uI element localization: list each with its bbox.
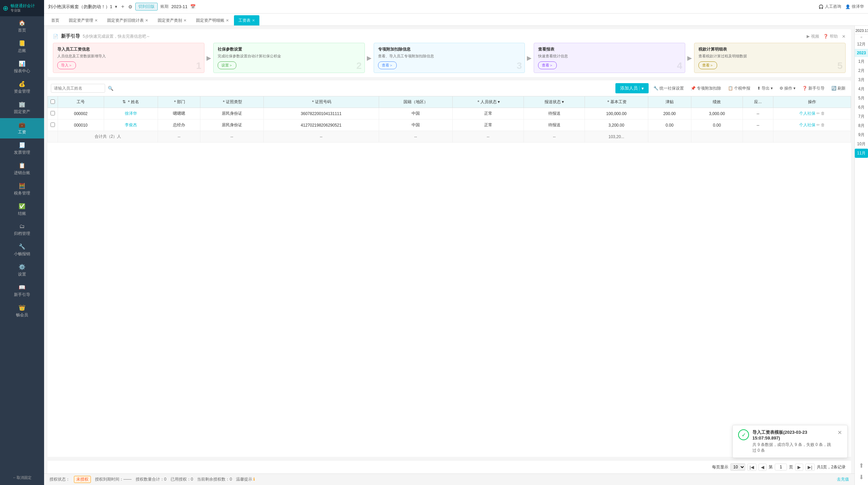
tab-3[interactable]: 固定资产类别 ✕ bbox=[153, 15, 191, 25]
deduction-btn[interactable]: 📌 专项附加扣除 bbox=[689, 84, 723, 93]
add-account-icon[interactable]: ＋ bbox=[120, 3, 125, 10]
tab-close-3[interactable]: ✕ bbox=[183, 18, 186, 23]
th-cb[interactable] bbox=[48, 96, 58, 108]
video-btn[interactable]: ▶ 视频 bbox=[807, 34, 819, 39]
sidebar-item-member[interactable]: 👑畅会员 bbox=[0, 301, 44, 321]
sidebar-item-funds[interactable]: 💰资金管理 bbox=[0, 77, 44, 98]
right-panel-expand-btn[interactable]: « bbox=[860, 34, 863, 40]
row-actions-0[interactable]: 个人社保 ✏ 🗑 bbox=[773, 108, 851, 119]
month-item-8[interactable]: 7月 bbox=[855, 112, 868, 121]
charge-link[interactable]: 去充值 bbox=[837, 477, 849, 482]
table-row: 000002 徐泽华 嗯嗯嗯 居民身份证 360782200104131111 … bbox=[48, 108, 851, 119]
month-item-6[interactable]: 5月 bbox=[855, 94, 868, 103]
operation-btn[interactable]: ⚙ 操作 ▾ bbox=[777, 84, 797, 93]
guide-close-btn[interactable]: ✕ bbox=[842, 34, 846, 39]
row-delete-icon-0[interactable]: 🗑 bbox=[821, 111, 825, 116]
search-input[interactable] bbox=[51, 84, 105, 93]
export-btn[interactable]: ⬆ 导出 ▾ bbox=[755, 84, 775, 93]
last-page-btn[interactable]: ▶| bbox=[805, 464, 814, 471]
right-panel-icons: ⬆ ⬇ bbox=[857, 461, 865, 485]
month-item-0[interactable]: 12月 bbox=[855, 40, 868, 49]
guide-step-btn-3[interactable]: 查看＞ bbox=[378, 61, 397, 69]
row-name-0[interactable]: 徐泽华 bbox=[104, 108, 158, 119]
add-btn-dropdown-icon[interactable]: ▾ bbox=[639, 86, 644, 91]
row-actions-1[interactable]: 个人社保 ✏ 🗑 bbox=[773, 119, 851, 131]
month-item-5[interactable]: 4月 bbox=[855, 85, 868, 94]
tab-1[interactable]: 固定资产管理 ✕ bbox=[64, 15, 102, 25]
tax-report-btn[interactable]: 📋 个税申报 bbox=[726, 84, 752, 93]
guide-step-btn-1[interactable]: 导入＞ bbox=[57, 61, 76, 69]
month-item-10[interactable]: 9月 bbox=[855, 130, 868, 139]
refresh-btn[interactable]: 🔄 刷新 bbox=[829, 84, 848, 93]
tab-2[interactable]: 固定资产折旧统计表 ✕ bbox=[103, 15, 153, 25]
sidebar-item-settings[interactable]: ⚙️设置 bbox=[0, 260, 44, 281]
sidebar-item-archive[interactable]: 🗂归档管理 bbox=[0, 220, 44, 240]
next-page-btn[interactable]: ▶ bbox=[795, 464, 803, 471]
sidebar-item-reports[interactable]: 📊报表中心 bbox=[0, 57, 44, 77]
per-page-select[interactable]: 10 20 50 bbox=[730, 463, 745, 471]
sidebar-item-guide[interactable]: 📖新手引导 bbox=[0, 281, 44, 301]
sidebar-item-invoice[interactable]: 🧾发票管理 bbox=[0, 138, 44, 159]
logo-icon: ⊕ bbox=[3, 4, 8, 12]
row-cb-1[interactable] bbox=[48, 119, 58, 131]
page-number-input[interactable] bbox=[775, 464, 787, 470]
select-all-checkbox[interactable] bbox=[51, 99, 55, 104]
guide-step-btn-2[interactable]: 设置＞ bbox=[218, 61, 236, 69]
add-person-btn[interactable]: 添加人员 ▾ bbox=[615, 83, 649, 93]
search-button[interactable]: 🔍 bbox=[108, 86, 114, 91]
help-btn[interactable]: ❓ 帮助 bbox=[823, 34, 838, 39]
dropdown-icon[interactable]: ▾ bbox=[115, 4, 117, 9]
row-checkbox-0[interactable] bbox=[51, 111, 55, 115]
sidebar-item-expense[interactable]: 🔧小畅报销 bbox=[0, 240, 44, 260]
switch-version-btn[interactable]: 切到旧版 bbox=[135, 3, 158, 11]
guide-doc-icon: 📄 bbox=[53, 34, 58, 39]
prev-page-btn[interactable]: ◀ bbox=[758, 464, 767, 471]
up-icon[interactable]: ⬆ bbox=[857, 461, 865, 471]
guide-step-btn-4[interactable]: 查看＞ bbox=[538, 61, 557, 69]
tab-close-1[interactable]: ✕ bbox=[95, 18, 98, 23]
sidebar-item-home[interactable]: 🏠首页 bbox=[0, 16, 44, 37]
tab-5[interactable]: 工资表 ✕ bbox=[234, 15, 259, 25]
month-item-12[interactable]: 11月 bbox=[855, 149, 868, 158]
first-page-btn[interactable]: |◀ bbox=[747, 464, 756, 471]
tab-4[interactable]: 固定资产明细账 ✕ bbox=[192, 15, 233, 25]
row-name-1[interactable]: 李俊杰 bbox=[104, 119, 158, 131]
month-item-3[interactable]: 2月 bbox=[855, 66, 868, 75]
sidebar-item-ledger[interactable]: 📒总账 bbox=[0, 37, 44, 57]
consultant-btn[interactable]: 🎧 人工咨询 bbox=[818, 4, 841, 10]
row-checkbox-1[interactable] bbox=[51, 123, 55, 127]
row-edit-icon-0[interactable]: ✏ bbox=[816, 111, 820, 116]
down-icon[interactable]: ⬇ bbox=[857, 472, 865, 482]
month-item-1[interactable]: 2023 bbox=[855, 49, 868, 57]
sidebar-item-sales[interactable]: 📋进销台账 bbox=[0, 159, 44, 179]
month-item-11[interactable]: 10月 bbox=[855, 139, 868, 149]
tab-0[interactable]: 首页 bbox=[47, 15, 64, 25]
tab-close-4[interactable]: ✕ bbox=[226, 18, 229, 23]
row-status-0: 正常 bbox=[452, 108, 524, 119]
tab-close-5[interactable]: ✕ bbox=[252, 18, 255, 23]
settings-icon[interactable]: ⚙ bbox=[128, 4, 133, 10]
month-item-4[interactable]: 3月 bbox=[855, 75, 868, 85]
user-info[interactable]: 👤 徐泽华 bbox=[845, 4, 864, 10]
row-edit-icon-1[interactable]: ✏ bbox=[816, 123, 820, 127]
month-item-2[interactable]: 1月 bbox=[855, 57, 868, 66]
cancel-fixed-btn[interactable]: ←取消固定 bbox=[3, 473, 41, 482]
month-item-9[interactable]: 8月 bbox=[855, 121, 868, 130]
sidebar-item-tax[interactable]: 🧮税务管理 bbox=[0, 179, 44, 200]
row-cb-0[interactable] bbox=[48, 108, 58, 119]
sidebar-item-payroll[interactable]: 💼工资 bbox=[0, 118, 44, 138]
guide-tool-btn[interactable]: ❓ 新手引导 bbox=[800, 84, 827, 93]
toast-close-btn[interactable]: ✕ bbox=[837, 429, 842, 436]
month-item-7[interactable]: 6月 bbox=[855, 103, 868, 112]
tab-label-5: 工资表 bbox=[238, 18, 251, 23]
guide-step-title-5: 税款计算明细表 bbox=[698, 46, 841, 52]
tab-close-2[interactable]: ✕ bbox=[145, 18, 148, 23]
social-security-btn[interactable]: 🔧 统一社保设置 bbox=[651, 84, 686, 93]
guide-step-btn-5[interactable]: 查看＞ bbox=[698, 61, 717, 69]
calendar-icon[interactable]: 📅 bbox=[190, 4, 196, 9]
sidebar-item-fixed[interactable]: 🏢固定资产 bbox=[0, 98, 44, 118]
table-row: 000010 李俊杰 总经办 居民身份证 412702198206290521 … bbox=[48, 119, 851, 131]
row-delete-icon-1[interactable]: 🗑 bbox=[821, 123, 825, 127]
sidebar-item-checkout[interactable]: ✅结账 bbox=[0, 200, 44, 220]
settings-icon: ⚙️ bbox=[19, 264, 25, 270]
